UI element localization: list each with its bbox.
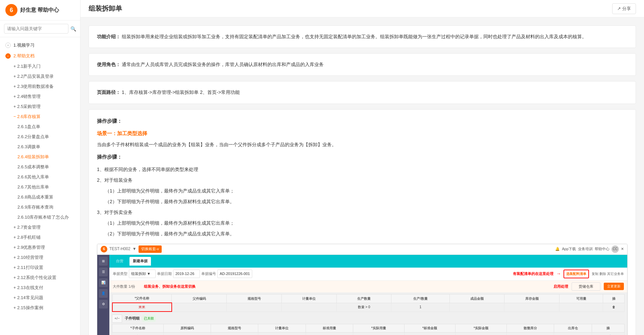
ss-type-value: 组装拆卸 ▼ — [129, 270, 156, 278]
sidebar-item-video[interactable]: ＋ 1.视频学习 — [0, 40, 80, 51]
search-icon[interactable]: 🔍 — [70, 26, 76, 32]
share-button[interactable]: ↗ 分享 — [612, 3, 636, 14]
ss-num-label: 单据编号 — [201, 271, 216, 277]
ss-expand-icon: +/− — [112, 315, 122, 323]
sidebar-nav: ＋ 1.视频学习 − 2.帮助文档 + 2.1新手入门 + 2.2产品安装及登录… — [0, 37, 80, 335]
ss-lc-9 — [554, 333, 592, 335]
ss-main-area: 自营 新建单据 单据类型 组装拆卸 ▼ 单据日期 2019-12-26 单据编号… — [109, 255, 627, 335]
ss-th-1: 父件编码 — [172, 294, 227, 303]
sidebar-item-265[interactable]: 2.6.5成本调整单 — [17, 162, 80, 172]
step1: 1、根据不同的业务，选择不同单据的类型来处理 — [97, 165, 628, 174]
ss-lth-7: *实际金额 — [455, 324, 507, 333]
topbar: 组装拆卸单 ↗ 分享 — [80, 0, 644, 17]
ss-avatar: CC — [611, 245, 619, 253]
sidebar-item-label: + 2.4销售管理 — [13, 94, 41, 99]
intro-label: 功能介绍： — [97, 34, 120, 39]
step3-1: （1）上部明细为父件明细，最终作为原材料生成其它出库单； — [97, 218, 628, 228]
sidebar-item-268[interactable]: 2.6.8商品成本重算 — [17, 192, 80, 202]
sidebar-item-215[interactable]: + 2.15操作案例 — [0, 303, 80, 313]
sidebar-item-269[interactable]: 2.6.9库存账本查询 — [17, 202, 80, 212]
ss-upper-row-1: 米米 数量 > 0 1 🗑 — [112, 303, 625, 312]
ss-lower-header: +/− 子件明细 已关联 — [112, 315, 625, 323]
search-input[interactable] — [4, 24, 68, 34]
ss-lth-10: 操 — [592, 324, 625, 333]
ss-lc-8 — [506, 333, 554, 335]
ss-assembly-btn: 选装配料清单 — [564, 270, 589, 278]
screenshot-mockup: 6 TEST-H002 ▼ 切换账套-v 🔔 App下载 业务培训 帮助中心 C… — [97, 244, 628, 335]
sidebar: 6 好生意 帮助中心 🔍 ＋ 1.视频学习 − 2.帮助文档 + 2.1新手入门… — [0, 0, 80, 335]
ss-tab-ziying: 自营 — [113, 257, 127, 266]
ss-nav-settings: ⚙ — [99, 300, 108, 309]
sidebar-item-267[interactable]: 2.6.7其他出库单 — [17, 182, 80, 192]
ss-lower-table: *子件名称 原料编码 规格型号 计量单位 标准用量 *实际用量 *标准金额 *实… — [112, 324, 625, 335]
ss-linked-label: 已关联 — [142, 315, 156, 322]
ss-date-value: 2019-12-26 — [173, 270, 200, 278]
ss-cell-op: 🗑 — [603, 303, 625, 312]
ss-tab-new: 新建单据 — [129, 257, 151, 266]
sidebar-item-28[interactable]: + 2.8手机旺铺 — [0, 232, 80, 242]
step-content: 1、根据不同的业务，选择不同单据的类型来处理 2、对于组装业务 （1）上部明细为… — [97, 165, 628, 238]
ss-lc-7 — [455, 333, 507, 335]
ss-lower-row-1: 领料 1 — [112, 333, 625, 335]
sidebar-item-label: + 2.2产品安装及登录 — [13, 74, 54, 79]
scenario-desc: 当由多个子件材料组装成一个成品的业务为【组装】业务，当由一个父件拆分成多个子产品… — [97, 141, 628, 149]
sidebar-header: 6 好生意 帮助中心 — [0, 0, 80, 20]
ss-nav-user: 👤 — [99, 289, 108, 298]
sidebar-item-label: + 2.3使用前数据准备 — [13, 84, 54, 89]
role-text: 通常由生产人员或库管人员完成拆装业务的操作，库管人员确认原材料的出库和产成品的入… — [122, 62, 324, 67]
sidebar-item-214[interactable]: + 2.14常见问题 — [0, 293, 80, 303]
sidebar-item-210[interactable]: + 2.10经营管理 — [0, 253, 80, 263]
ss-th-0: *父件名称 — [112, 294, 172, 303]
ss-cell-stock — [504, 303, 559, 312]
sidebar-item-label: + 2.1新手入门 — [13, 64, 41, 69]
sidebar-item-266[interactable]: 2.6.6其他入库单 — [17, 172, 80, 182]
ss-lth-3: 计量单位 — [258, 324, 306, 333]
sidebar-item-24[interactable]: + 2.4销售管理 — [0, 92, 80, 102]
sidebar-item-262[interactable]: 2.6.2分量盘点单 — [17, 132, 80, 142]
sidebar-item-label: 2.帮助文档 — [13, 53, 35, 59]
ss-lth-4: 标准用量 — [306, 324, 353, 333]
steps-heading: 操作步骤： — [97, 116, 628, 125]
sidebar-item-263[interactable]: 2.6.3调拨单 — [17, 142, 80, 152]
ss-lc-3 — [258, 333, 306, 335]
app-name: 好生意 帮助中心 — [20, 7, 59, 14]
sidebar-item-22[interactable]: + 2.2产品安装及登录 — [0, 71, 80, 81]
sidebar-item-264[interactable]: 2.6.4组装拆卸单 — [17, 152, 80, 162]
sidebar-item-docs[interactable]: − 2.帮助文档 — [0, 51, 80, 61]
sidebar-item-212[interactable]: + 2.12系统个性化设置 — [0, 273, 80, 283]
ss-nav-chart: 📊 — [99, 278, 108, 287]
ss-action-icons: 复制 删除 其它业务单 — [592, 271, 624, 277]
sidebar-item-23[interactable]: + 2.3使用前数据准备 — [0, 81, 80, 92]
step2-1: （1）上部明细为父件明细，最终作为产成品生成其它入库单； — [97, 186, 628, 196]
path-card: 页面路径： 1、库存核算->库存管理->组装拆卸单 2、首页->常用功能 — [89, 81, 636, 104]
step2-2: （2）下部明细为子件明细，最终作为原材料生成其它出库单。 — [97, 197, 628, 206]
step3-2: （2）下部明细为子件明细，最终作为产成品生成其它入库单。 — [97, 229, 628, 238]
ss-th-8: 可用量 — [559, 294, 603, 303]
content-area: 功能介绍： 组装拆卸单用来处理企业组装或拆卸等加工业务，支持有固定装配清单的产品… — [80, 17, 644, 335]
ss-lower-table-area: +/− 子件明细 已关联 *子件名称 原料编码 规格型号 — [109, 313, 627, 335]
ann-text-1: 有装配清单的在这里处理 — [513, 271, 553, 277]
sidebar-item-25[interactable]: + 2.5采购管理 — [0, 102, 80, 112]
ss-titlebar-left: 6 TEST-H002 ▼ 切换账套-v — [101, 245, 552, 253]
ss-cell-qty: 数量 > 0 — [336, 303, 391, 312]
ss-nav-list: ☰ — [99, 268, 108, 276]
sidebar-item-213[interactable]: + 2.13在线支付 — [0, 283, 80, 293]
main-area: 组装拆卸单 ↗ 分享 功能介绍： 组装拆卸单用来处理企业组装或拆卸等加工业务，支… — [80, 0, 644, 335]
ss-cell-code — [172, 303, 227, 312]
sidebar-item-27[interactable]: + 2.7资金管理 — [0, 222, 80, 232]
ss-qiyong-field: 货储仓库 — [572, 282, 600, 291]
step2: 2、对于组装业务 — [97, 175, 628, 185]
logo-icon: 6 — [5, 4, 17, 16]
sidebar-item-211[interactable]: + 2.11打印设置 — [0, 263, 80, 273]
sidebar-item-2610[interactable]: 2.6.10库存账本错了怎么办 — [17, 212, 80, 222]
ss-type-label: 单据类型 — [113, 271, 127, 277]
sidebar-item-29[interactable]: + 2.9优惠券管理 — [0, 242, 80, 253]
ss-th-6: 成品金额 — [449, 294, 504, 303]
expand-icon: ＋ — [5, 43, 11, 48]
ss-th-7: 库存金额 — [504, 294, 559, 303]
sidebar-item-21[interactable]: + 2.1新手入门 — [0, 61, 80, 71]
page-title: 组装拆卸单 — [89, 4, 122, 13]
sidebar-item-261[interactable]: 2.6.1盘点单 — [17, 122, 80, 132]
ss-lth-8: 散整库分 — [506, 324, 554, 333]
sidebar-item-26[interactable]: − 2.6库存核算 — [0, 112, 80, 122]
